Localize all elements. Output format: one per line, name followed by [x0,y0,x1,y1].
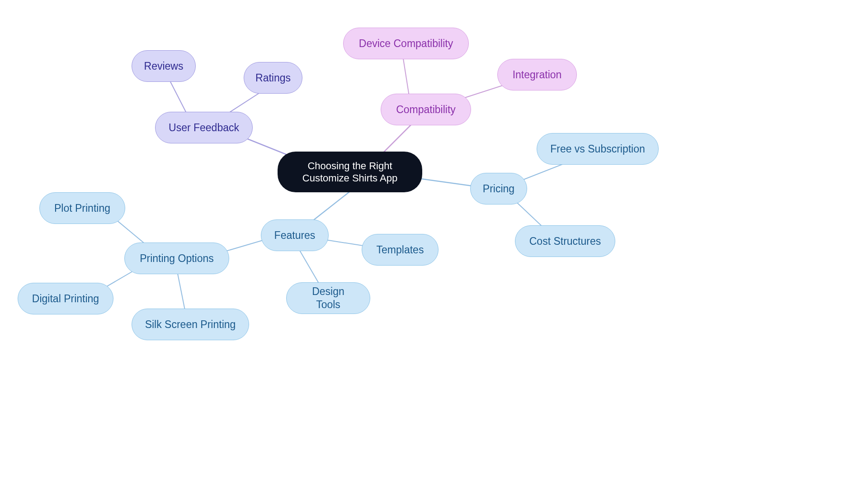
design-tools-node[interactable]: Design Tools [286,282,370,314]
features-label: Features [274,229,316,242]
pricing-node[interactable]: Pricing [470,173,527,205]
plot-printing-node[interactable]: Plot Printing [39,192,125,224]
reviews-label: Reviews [144,60,184,73]
svg-line-14 [403,59,409,96]
svg-line-12 [170,80,188,115]
printing-options-node[interactable]: Printing Options [124,243,229,274]
free-vs-sub-node[interactable]: Free vs Subscription [537,133,659,165]
reviews-node[interactable]: Reviews [132,50,196,82]
digital-printing-label: Digital Printing [32,292,99,305]
cost-structures-label: Cost Structures [529,235,601,248]
pricing-label: Pricing [483,182,514,195]
device-compat-node[interactable]: Device Compatibility [343,28,469,59]
center-label: Choosing the Right Customize Shirts App [293,160,407,185]
templates-node[interactable]: Templates [362,234,439,266]
free-vs-sub-label: Free vs Subscription [550,143,645,156]
compatibility-node[interactable]: Compatibility [381,94,471,125]
compatibility-label: Compatibility [396,103,456,116]
design-tools-label: Design Tools [299,285,357,311]
user-feedback-node[interactable]: User Feedback [155,112,253,143]
svg-line-9 [177,271,185,312]
digital-printing-node[interactable]: Digital Printing [18,283,113,314]
features-node[interactable]: Features [261,219,329,251]
templates-label: Templates [377,243,424,257]
center-node[interactable]: Choosing the Right Customize Shirts App [278,152,422,192]
silk-printing-node[interactable]: Silk Screen Printing [132,309,249,340]
plot-printing-label: Plot Printing [54,202,110,215]
integration-node[interactable]: Integration [497,59,577,90]
user-feedback-label: User Feedback [169,121,239,134]
device-compat-label: Device Compatibility [359,37,453,50]
integration-label: Integration [513,68,562,81]
ratings-node[interactable]: Ratings [244,62,302,94]
ratings-label: Ratings [255,71,291,85]
printing-options-label: Printing Options [140,252,214,265]
silk-printing-label: Silk Screen Printing [145,318,236,331]
cost-structures-node[interactable]: Cost Structures [515,225,615,257]
